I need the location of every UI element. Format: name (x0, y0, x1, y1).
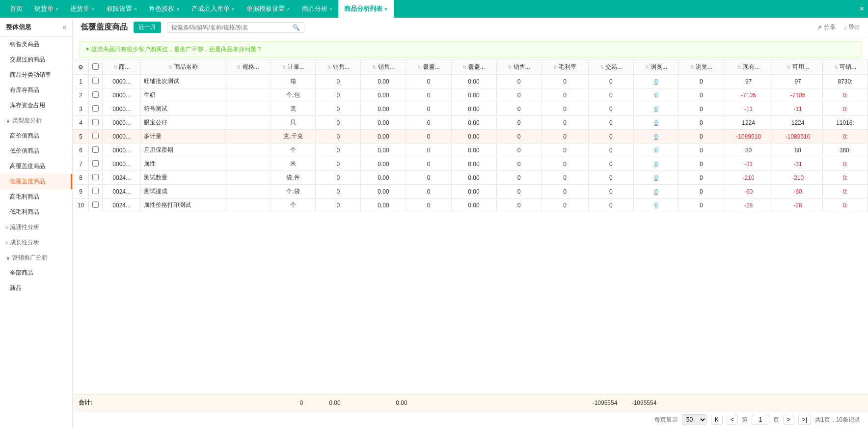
nav-product-warehouse[interactable]: 产成品入库单 × (186, 0, 241, 18)
th-name[interactable]: ⇅ 商品名称 (141, 60, 225, 75)
nav-close-sales-order[interactable]: × (55, 6, 58, 12)
th-browse1[interactable]: ⇅ 浏览... (633, 60, 678, 75)
search-icon[interactable]: 🔍 (293, 24, 300, 31)
row-browse1[interactable]: 0 (633, 116, 678, 130)
th-cover2[interactable]: ⇅ 覆盖... (451, 60, 496, 75)
export-button[interactable]: ↓ 导出 (843, 23, 860, 31)
th-cover1[interactable]: ⇅ 覆盖... (406, 60, 451, 75)
row-checkbox[interactable] (89, 102, 103, 116)
sidebar-item-low-value[interactable]: 低价值商品 (0, 143, 72, 159)
nav-product-analysis[interactable]: 商品分析 × (296, 0, 338, 18)
row-checkbox[interactable] (89, 130, 103, 143)
sidebar-item-all-goods[interactable]: 全部商品 (0, 265, 72, 281)
nav-product-analysis-list[interactable]: 商品分析列表 × (338, 0, 393, 18)
th-checkbox[interactable] (89, 60, 103, 75)
th-available[interactable]: ⇅ 可用... (773, 60, 823, 75)
row-name[interactable]: 符号测试 (141, 102, 225, 116)
sidebar-item-sales-goods[interactable]: 销售类商品 (0, 37, 72, 52)
row-checkbox[interactable] (89, 157, 103, 171)
page-title: 低覆盖度商品 (81, 22, 128, 32)
sidebar-section-type-analysis[interactable]: ∨ 类型度分析 (0, 113, 72, 128)
next-page-button[interactable]: > (783, 415, 794, 425)
row-name[interactable]: 牛奶 (141, 88, 225, 102)
row-cover1: 0 (406, 157, 451, 171)
row-browse1[interactable]: 0 (633, 130, 678, 143)
th-current[interactable]: ⇅ 现有... (724, 60, 773, 75)
th-sellable[interactable]: ⇅ 可销... (822, 60, 868, 75)
share-button[interactable]: ↗ 分享 (817, 23, 836, 31)
sidebar-item-stock-capital[interactable]: 库存资金占用 (0, 98, 72, 113)
row-name[interactable]: 测试提成 (141, 185, 225, 199)
nav-home[interactable]: 首页 (4, 0, 28, 18)
row-browse1[interactable]: 0 (633, 157, 678, 171)
row-name[interactable]: 测试数量 (141, 171, 225, 185)
row-checkbox[interactable] (89, 116, 103, 130)
th-code[interactable]: ⇅ 商... (103, 60, 141, 75)
row-name[interactable]: 眼宝公仔 (141, 116, 225, 130)
sidebar-item-high-coverage[interactable]: 高覆盖度商品 (0, 159, 72, 174)
first-page-button[interactable]: K (711, 415, 723, 425)
page-input[interactable] (752, 415, 769, 425)
per-page-select[interactable]: 50 20 100 (682, 414, 707, 425)
row-checkbox[interactable] (89, 185, 103, 199)
search-input[interactable] (171, 24, 290, 31)
sidebar-collapse-button[interactable]: « (62, 23, 66, 31)
nav-close-product-warehouse[interactable]: × (232, 6, 235, 12)
th-trade[interactable]: ⇅ 交易... (588, 60, 633, 75)
th-sales-amt[interactable]: ⇅ 销售... (361, 60, 406, 75)
row-browse1[interactable]: 0 (633, 199, 678, 212)
row-browse1[interactable]: 0 (633, 185, 678, 199)
settings-icon[interactable]: ⚙ (78, 64, 83, 71)
select-all-checkbox[interactable] (92, 63, 99, 70)
app-close-button[interactable]: × (860, 4, 864, 13)
row-browse1[interactable]: 0 (633, 171, 678, 185)
row-browse1[interactable]: 0 (633, 102, 678, 116)
nav-close-product-analysis-list[interactable]: × (384, 6, 387, 12)
row-name[interactable]: 旺辅批次测试 (141, 75, 225, 88)
row-browse1[interactable]: 0 (633, 143, 678, 157)
nav-sales-order[interactable]: 销货单 × (28, 0, 64, 18)
sidebar-item-new-goods[interactable]: 新品 (0, 281, 72, 296)
th-spec[interactable]: ⇅ 规格... (225, 60, 271, 75)
row-name[interactable]: 多计量 (141, 130, 225, 143)
date-filter-button[interactable]: 近一月 (134, 22, 161, 33)
th-unit[interactable]: ⇅ 计量... (271, 60, 316, 75)
row-checkbox[interactable] (89, 88, 103, 102)
nav-template-settings[interactable]: 单据模板设置 × (241, 0, 296, 18)
row-name[interactable]: 属性价格打印测试 (141, 199, 225, 212)
nav-close-role-auth[interactable]: × (176, 6, 179, 12)
sidebar-section-liquidity-analysis[interactable]: › 流通性分析 (0, 220, 72, 235)
row-checkbox[interactable] (89, 171, 103, 185)
row-browse1[interactable]: 0 (633, 75, 678, 88)
sidebar-item-low-coverage[interactable]: 低覆盖度商品 (0, 174, 72, 189)
nav-permission[interactable]: 权限设置 × (101, 0, 143, 18)
sidebar-section-marketing-analysis[interactable]: ∨ 营销推广分析 (0, 250, 72, 265)
sidebar-section-growth-analysis[interactable]: › 成长性分析 (0, 235, 72, 250)
row-name[interactable]: 属性 (141, 157, 225, 171)
th-sales2[interactable]: ⇅ 销售... (496, 60, 542, 75)
th-settings[interactable]: ⚙ (73, 60, 89, 75)
nav-role-auth[interactable]: 角色授权 × (143, 0, 185, 18)
row-checkbox[interactable] (89, 75, 103, 88)
th-gross-rate[interactable]: ⇅ 毛利率 (542, 60, 588, 75)
row-browse1[interactable]: 0 (633, 88, 678, 102)
sidebar-item-in-stock[interactable]: 有库存商品 (0, 83, 72, 98)
nav-close-permission[interactable]: × (134, 6, 137, 12)
nav-close-template-settings[interactable]: × (287, 6, 290, 12)
th-sales-qty[interactable]: ⇅ 销售... (316, 60, 361, 75)
row-checkbox[interactable] (89, 143, 103, 157)
table-wrapper[interactable]: ⚙ ⇅ 商... ⇅ 商品名称 ⇅ 规格... ⇅ 计量... ⇅ 销售... … (73, 59, 868, 394)
row-name[interactable]: 启用保质期 (141, 143, 225, 157)
sidebar-item-low-margin[interactable]: 低毛利商品 (0, 204, 72, 220)
sidebar-item-traded-goods[interactable]: 交易过的商品 (0, 52, 72, 67)
row-checkbox[interactable] (89, 199, 103, 212)
sidebar-item-category-rate[interactable]: 商品分类动销率 (0, 67, 72, 83)
th-browse2[interactable]: ⇅ 浏览... (678, 60, 724, 75)
sidebar-item-high-margin[interactable]: 高毛利商品 (0, 189, 72, 204)
nav-close-purchase-order[interactable]: × (91, 6, 94, 12)
last-page-button[interactable]: >| (798, 415, 811, 425)
sidebar-item-high-value[interactable]: 高价值商品 (0, 128, 72, 143)
nav-close-product-analysis[interactable]: × (329, 6, 332, 12)
nav-purchase-order[interactable]: 进货单 × (64, 0, 100, 18)
prev-page-button[interactable]: < (727, 415, 738, 425)
